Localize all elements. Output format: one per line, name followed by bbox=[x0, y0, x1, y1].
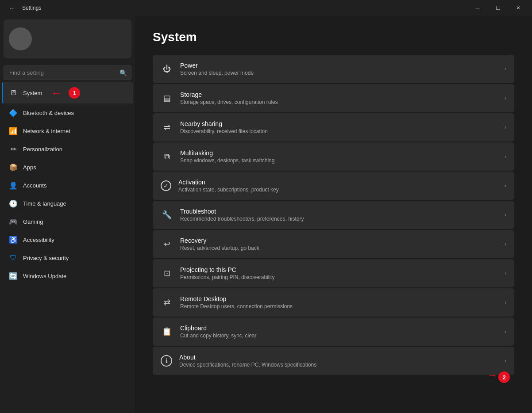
settings-item-text-multitasking: Multitasking Snap windows, desktops, tas… bbox=[180, 149, 497, 164]
settings-item-storage[interactable]: ▤ Storage Storage space, drives, configu… bbox=[153, 84, 514, 112]
chevron-projecting: › bbox=[505, 270, 506, 276]
sidebar: 🔍 🖥 System ← 1 🔷 Bluetooth & devices 📶 N… bbox=[0, 16, 135, 413]
app-body: 🔍 🖥 System ← 1 🔷 Bluetooth & devices 📶 N… bbox=[0, 16, 532, 413]
chevron-about: › bbox=[505, 358, 506, 364]
sidebar-item-bluetooth[interactable]: 🔷 Bluetooth & devices bbox=[2, 104, 133, 122]
settings-item-remote-desktop[interactable]: ⇄ Remote Desktop Remote Desktop users, c… bbox=[153, 288, 514, 317]
sidebar-item-label-windows-update: Windows Update bbox=[23, 273, 66, 279]
settings-item-desc-remote-desktop: Remote Desktop users, connection permiss… bbox=[180, 303, 497, 310]
sidebar-item-label-bluetooth: Bluetooth & devices bbox=[23, 110, 74, 116]
maximize-button[interactable]: ☐ bbox=[488, 0, 508, 16]
chevron-recovery: › bbox=[505, 241, 506, 247]
settings-list: ⏻ Power Screen and sleep, power mode › ▤… bbox=[153, 55, 514, 375]
settings-item-activation[interactable]: ✓ Activation Activation state, subscript… bbox=[153, 172, 514, 200]
settings-item-title-power: Power bbox=[180, 62, 497, 69]
settings-item-title-clipboard: Clipboard bbox=[180, 325, 497, 332]
remote-desktop-icon: ⇄ bbox=[161, 296, 173, 309]
activation-icon: ✓ bbox=[161, 180, 171, 191]
settings-item-title-recovery: Recovery bbox=[180, 237, 497, 244]
settings-item-desc-clipboard: Cut and copy history, sync, clear bbox=[180, 333, 497, 339]
privacy-icon: 🛡 bbox=[9, 253, 18, 262]
avatar bbox=[9, 27, 32, 50]
sidebar-item-label-gaming: Gaming bbox=[23, 218, 43, 225]
sidebar-item-label-time: Time & language bbox=[23, 200, 66, 207]
close-button[interactable]: ✕ bbox=[508, 0, 528, 16]
sidebar-item-personalization[interactable]: ✏ Personalization bbox=[2, 140, 133, 158]
time-icon: 🕐 bbox=[9, 199, 18, 208]
settings-item-recovery[interactable]: ↩ Recovery Reset, advanced startup, go b… bbox=[153, 230, 514, 258]
settings-item-text-nearby-sharing: Nearby sharing Discoverability, received… bbox=[180, 120, 497, 134]
sidebar-item-apps[interactable]: 📦 Apps bbox=[2, 158, 133, 176]
settings-item-projecting[interactable]: ⊡ Projecting to this PC Permissions, pai… bbox=[153, 259, 514, 287]
user-profile[interactable] bbox=[4, 19, 131, 58]
settings-item-desc-projecting: Permissions, pairing PIN, discoverabilit… bbox=[180, 274, 497, 280]
multitasking-icon: ⧉ bbox=[161, 150, 173, 163]
settings-item-desc-nearby-sharing: Discoverability, received files location bbox=[180, 128, 497, 134]
annotation-arrow-2: → bbox=[488, 370, 497, 381]
sidebar-item-label-network: Network & internet bbox=[23, 128, 70, 134]
settings-item-desc-multitasking: Snap windows, desktops, task switching bbox=[180, 157, 497, 164]
search-input[interactable] bbox=[4, 65, 131, 80]
annotation-arrow-1: ← bbox=[51, 87, 62, 99]
sidebar-item-accounts[interactable]: 👤 Accounts bbox=[2, 176, 133, 194]
sidebar-item-system[interactable]: 🖥 System ← 1 bbox=[2, 82, 133, 103]
network-icon: 📶 bbox=[9, 126, 18, 135]
settings-item-text-storage: Storage Storage space, drives, configura… bbox=[180, 91, 497, 105]
chevron-multitasking: › bbox=[505, 153, 506, 160]
personalization-icon: ✏ bbox=[9, 145, 18, 153]
chevron-storage: › bbox=[505, 95, 506, 101]
settings-item-text-clipboard: Clipboard Cut and copy history, sync, cl… bbox=[180, 325, 497, 339]
windows-update-icon: 🔄 bbox=[9, 272, 18, 280]
settings-item-title-projecting: Projecting to this PC bbox=[180, 266, 497, 273]
badge-2: 2 bbox=[498, 371, 510, 383]
sidebar-item-windows-update[interactable]: 🔄 Windows Update bbox=[2, 267, 133, 285]
power-icon: ⏻ bbox=[161, 63, 173, 75]
settings-item-text-power: Power Screen and sleep, power mode bbox=[180, 62, 497, 76]
search-icon: 🔍 bbox=[120, 69, 127, 76]
page-title: System bbox=[153, 30, 514, 44]
settings-item-multitasking[interactable]: ⧉ Multitasking Snap windows, desktops, t… bbox=[153, 142, 514, 171]
settings-item-text-troubleshoot: Troubleshoot Recommended troubleshooters… bbox=[180, 208, 497, 222]
bluetooth-icon: 🔷 bbox=[9, 108, 18, 117]
titlebar-title: Settings bbox=[22, 5, 41, 11]
chevron-power: › bbox=[505, 66, 506, 72]
troubleshoot-icon: 🔧 bbox=[161, 209, 173, 221]
sidebar-item-network[interactable]: 📶 Network & internet bbox=[2, 122, 133, 140]
minimize-button[interactable]: ─ bbox=[467, 0, 488, 16]
settings-item-desc-storage: Storage space, drives, configuration rul… bbox=[180, 99, 497, 105]
about-icon: ℹ bbox=[161, 355, 172, 367]
accounts-icon: 👤 bbox=[9, 181, 18, 190]
sidebar-item-gaming[interactable]: 🎮 Gaming bbox=[2, 213, 133, 230]
titlebar: ← Settings ─ ☐ ✕ bbox=[0, 0, 532, 16]
settings-item-desc-troubleshoot: Recommended troubleshooters, preferences… bbox=[180, 216, 497, 222]
settings-item-nearby-sharing[interactable]: ⇌ Nearby sharing Discoverability, receiv… bbox=[153, 113, 514, 141]
chevron-clipboard: › bbox=[505, 329, 506, 335]
system-icon: 🖥 bbox=[9, 88, 18, 97]
clipboard-icon: 📋 bbox=[161, 325, 173, 338]
settings-item-desc-activation: Activation state, subscriptions, product… bbox=[178, 187, 497, 193]
badge-1: 1 bbox=[69, 87, 80, 99]
chevron-nearby-sharing: › bbox=[505, 124, 506, 130]
chevron-activation: › bbox=[505, 183, 506, 189]
settings-item-desc-about: Device specifications, rename PC, Window… bbox=[179, 362, 497, 368]
sidebar-item-time[interactable]: 🕐 Time & language bbox=[2, 195, 133, 212]
projecting-icon: ⊡ bbox=[161, 267, 173, 279]
sidebar-item-label-accounts: Accounts bbox=[23, 182, 46, 189]
settings-item-title-nearby-sharing: Nearby sharing bbox=[180, 120, 497, 127]
sidebar-item-accessibility[interactable]: ♿ Accessibility bbox=[2, 231, 133, 249]
settings-item-about[interactable]: ℹ About Device specifications, rename PC… bbox=[153, 347, 514, 375]
settings-item-power[interactable]: ⏻ Power Screen and sleep, power mode › bbox=[153, 55, 514, 83]
settings-item-troubleshoot[interactable]: 🔧 Troubleshoot Recommended troubleshoote… bbox=[153, 201, 514, 229]
chevron-troubleshoot: › bbox=[505, 212, 506, 218]
gaming-icon: 🎮 bbox=[9, 217, 18, 226]
settings-item-text-about: About Device specifications, rename PC, … bbox=[179, 354, 497, 368]
settings-item-clipboard[interactable]: 📋 Clipboard Cut and copy history, sync, … bbox=[153, 317, 514, 346]
sidebar-item-privacy[interactable]: 🛡 Privacy & security bbox=[2, 249, 133, 267]
settings-item-title-multitasking: Multitasking bbox=[180, 149, 497, 157]
settings-item-desc-recovery: Reset, advanced startup, go back bbox=[180, 245, 497, 251]
accessibility-icon: ♿ bbox=[9, 235, 18, 244]
sidebar-item-label-privacy: Privacy & security bbox=[23, 255, 69, 261]
search-box: 🔍 bbox=[4, 65, 131, 80]
back-button[interactable]: ← bbox=[5, 3, 19, 13]
titlebar-left: ← Settings bbox=[5, 3, 41, 13]
